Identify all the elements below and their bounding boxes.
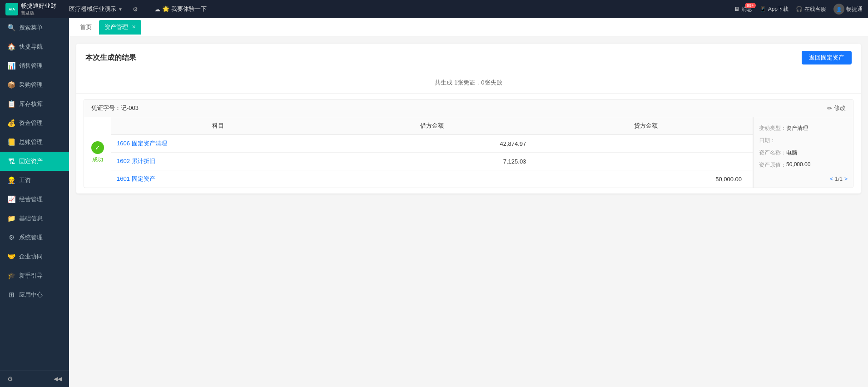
sidebar-item-label: 企业协同 [19, 253, 43, 261]
date-label: 日期： [759, 137, 786, 144]
avatar: 👤 [833, 4, 844, 15]
table-header: 科目 借方金额 贷方金额 [111, 117, 753, 135]
home-icon: 🏠 [7, 43, 15, 51]
cell-debit-3 [322, 174, 537, 184]
table-row: 1606 固定资产清理 42,874.97 [111, 135, 753, 153]
sidebar-scroll: 🔍 搜索菜单 🏠 快捷导航 📊 销售管理 📦 采购管理 📋 库存核算 💰 [0, 18, 69, 370]
payroll-icon: 👷 [7, 176, 15, 184]
messages-button[interactable]: 🖥 消息 99+ [734, 5, 752, 13]
enterprise-icon: 🤝 [7, 253, 15, 261]
finance-icon: 💰 [7, 119, 15, 127]
side-info-panel: 变动类型： 资产清理 日期： 资产名称： 电脑 [753, 117, 853, 188]
info-change-type: 变动类型： 资产清理 [759, 124, 848, 132]
success-label: 成功 [92, 156, 103, 164]
cell-credit-3: 50,000.00 [537, 171, 753, 187]
message-icon: 🖥 [734, 6, 739, 12]
basic-info-icon: 📁 [7, 214, 15, 223]
sidebar-item-payroll[interactable]: 👷 工资 [0, 171, 69, 190]
tab-asset-mgmt-label: 资产管理 [104, 23, 128, 31]
sidebar-item-label: 采购管理 [19, 81, 43, 89]
prev-page-icon[interactable]: < [830, 176, 833, 182]
asset-name-value: 电脑 [786, 149, 797, 157]
sidebar-item-inventory[interactable]: 📋 库存核算 [0, 94, 69, 114]
star-icon: ☁ [154, 6, 160, 13]
inventory-icon: 📋 [7, 100, 15, 108]
sidebar-item-finance[interactable]: 💰 资金管理 [0, 114, 69, 133]
edit-button[interactable]: ✏ 修改 [827, 104, 846, 112]
col-header-credit: 贷方金额 [539, 117, 753, 134]
settings-bottom-icon[interactable]: ⚙ [7, 375, 13, 382]
voucher-section: 凭证字号：记-003 ✏ 修改 ✓ 成功 [84, 99, 853, 188]
cell-debit-1: 42,874.97 [322, 136, 537, 152]
tab-asset-mgmt[interactable]: 资产管理 ✕ [99, 20, 141, 35]
sidebar-item-label: 工资 [19, 176, 31, 184]
download-icon: 📱 [759, 6, 766, 12]
cell-subject-2: 1602 累计折旧 [111, 153, 322, 170]
main-layout: 🔍 搜索菜单 🏠 快捷导航 📊 销售管理 📦 采购管理 📋 库存核算 💰 [0, 18, 868, 387]
business-icon: 📈 [7, 195, 15, 203]
company-selector[interactable]: 医疗器械行业演示 ▼ [69, 5, 123, 13]
cell-subject-1: 1606 固定资产清理 [111, 135, 322, 152]
header-settings-icon[interactable]: ⚙ [129, 3, 142, 15]
sidebar-item-ledger[interactable]: 📒 总账管理 [0, 133, 69, 152]
logo-area: AtA 畅捷通好业财 普及版 [5, 2, 56, 16]
cell-credit-2 [537, 157, 753, 166]
return-button[interactable]: 返回固定资产 [802, 51, 852, 64]
service-icon: 🎧 [796, 6, 803, 12]
table-row: 1601 固定资产 50,000.00 [111, 170, 753, 188]
experience-button[interactable]: ☁ 🌟 我要体验一下 [154, 5, 207, 13]
sidebar-item-label: 应用中心 [19, 291, 43, 299]
header-right: 🖥 消息 99+ 📱 App下载 🎧 在线客服 👤 畅捷通 [734, 4, 863, 15]
edit-icon: ✏ [827, 105, 832, 112]
user-icon: 👤 [836, 7, 842, 12]
summary-text: 共生成 1张凭证，0张失败 [435, 79, 502, 86]
result-panel: 本次生成的结果 返回固定资产 共生成 1张凭证，0张失败 凭证字号：记-003 … [76, 44, 861, 194]
page-title: 本次生成的结果 [85, 53, 136, 63]
summary-bar: 共生成 1张凭证，0张失败 [76, 72, 861, 94]
sidebar-item-purchase[interactable]: 📦 采购管理 [0, 75, 69, 94]
app-logo-icon: AtA [5, 3, 18, 15]
sidebar-item-label: 库存核算 [19, 100, 43, 108]
sidebar-item-label: 资金管理 [19, 119, 43, 127]
sidebar-item-quicknav[interactable]: 🏠 快捷导航 [0, 37, 69, 56]
sidebar-item-label: 快捷导航 [19, 43, 43, 51]
info-asset-name: 资产名称： 电脑 [759, 149, 848, 157]
sidebar-item-basic-info[interactable]: 📁 基础信息 [0, 209, 69, 228]
tab-close-icon[interactable]: ✕ [132, 24, 136, 30]
tab-home[interactable]: 首页 [74, 20, 97, 35]
sidebar-item-system[interactable]: ⚙ 系统管理 [0, 228, 69, 247]
info-date: 日期： [759, 137, 848, 144]
fixed-assets-icon: 🏗 [7, 157, 15, 165]
result-header: 本次生成的结果 返回固定资产 [76, 44, 861, 72]
sidebar-item-label: 搜索菜单 [19, 24, 43, 32]
col-header-subject: 科目 [111, 117, 325, 134]
sidebar-item-sales[interactable]: 📊 销售管理 [0, 56, 69, 75]
change-type-label: 变动类型： [759, 124, 786, 132]
cell-credit-1 [537, 139, 753, 148]
sales-icon: 📊 [7, 62, 15, 70]
company-name: 医疗器械行业演示 [69, 5, 116, 13]
purchase-icon: 📦 [7, 81, 15, 89]
tab-bar: 首页 资产管理 ✕ [69, 18, 868, 36]
sidebar-item-apps[interactable]: ⊞ 应用中心 [0, 285, 69, 304]
online-service-button[interactable]: 🎧 在线客服 [796, 5, 826, 13]
messages-badge: 99+ [745, 3, 755, 8]
sidebar-item-fixed-assets[interactable]: 🏗 固定资产 [0, 152, 69, 171]
collapse-icon[interactable]: ◀◀ [54, 376, 62, 382]
top-header: AtA 畅捷通好业财 普及版 医疗器械行业演示 ▼ ⚙ ☁ 🌟 我要体验一下 🖥… [0, 0, 868, 18]
sidebar-item-search[interactable]: 🔍 搜索菜单 [0, 18, 69, 37]
asset-value-label: 资产原值： [759, 161, 786, 169]
next-page-icon[interactable]: > [844, 176, 848, 182]
info-asset-value: 资产原值： 50,000.00 [759, 161, 848, 169]
change-type-value: 资产清理 [786, 124, 808, 132]
app-download-button[interactable]: 📱 App下载 [759, 5, 789, 13]
sidebar-item-label: 基础信息 [19, 214, 43, 223]
sidebar-item-label: 固定资产 [19, 157, 43, 165]
sidebar-item-enterprise[interactable]: 🤝 企业协同 [0, 247, 69, 266]
table-row: 1602 累计折旧 7,125.03 [111, 153, 753, 170]
sidebar-item-business[interactable]: 📈 经营管理 [0, 190, 69, 209]
sidebar-item-label: 新手引导 [19, 272, 43, 280]
search-icon: 🔍 [7, 24, 15, 32]
sidebar-item-guide[interactable]: 🎓 新手引导 [0, 266, 69, 285]
user-menu[interactable]: 👤 畅捷通 [833, 4, 863, 15]
